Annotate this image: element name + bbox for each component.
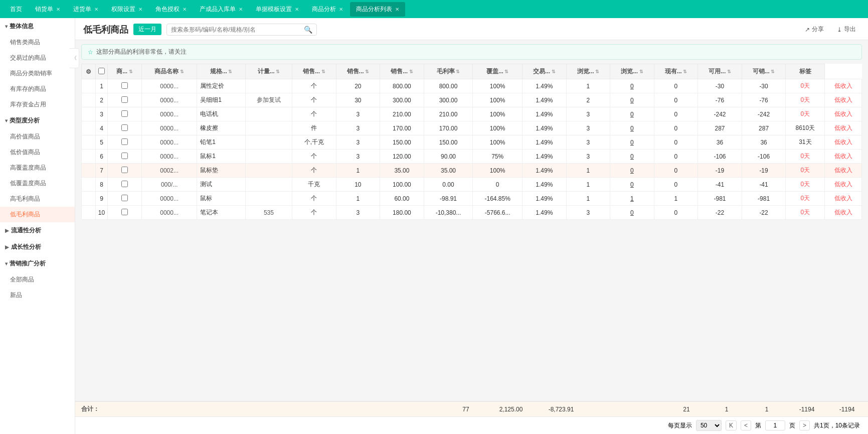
page-number-input[interactable] [765, 420, 785, 430]
sidebar-group-type[interactable]: ▾ 类型度分析 [0, 112, 75, 129]
row-checkbox-2[interactable] [108, 107, 142, 121]
nav-purchase[interactable]: 进货单 ✕ [67, 2, 104, 17]
sidebar-item-low-value[interactable]: 低价值商品 [0, 144, 75, 160]
row-view1-5[interactable]: 0 [610, 150, 654, 164]
sidebar-group-growth[interactable]: ▶ 成长性分析 [0, 239, 75, 255]
row-name-1[interactable]: 吴细细1 [197, 93, 245, 107]
row-checkbox-8[interactable] [108, 192, 142, 206]
first-page-button[interactable]: K [726, 420, 737, 430]
nav-sales-close[interactable]: ✕ [56, 7, 60, 12]
nav-permissions-close[interactable]: ✕ [138, 7, 142, 12]
sidebar-group-marketing[interactable]: ▾ 营销推广分析 [0, 255, 75, 272]
row-name-9[interactable]: 笔记本 [197, 206, 245, 220]
sidebar-group-circulation[interactable]: ▶ 流通性分析 [0, 222, 75, 239]
sidebar-item-high-value[interactable]: 高价值商品 [0, 129, 75, 144]
row-view1-2[interactable]: 0 [610, 107, 654, 121]
row-name-3[interactable]: 橡皮擦 [197, 121, 245, 135]
row-cb-8[interactable] [121, 195, 128, 201]
row-view1-9[interactable]: 0 [610, 206, 654, 220]
nav-product-entry[interactable]: 产成品入库单 ✕ [194, 2, 249, 17]
nav-product-analysis[interactable]: 商品分析 ✕ [306, 2, 349, 17]
col-sale-amount-header[interactable]: 销售... [380, 64, 424, 79]
row-checkbox-7[interactable] [108, 178, 142, 192]
row-name-8[interactable]: 鼠标 [197, 192, 245, 206]
sidebar-item-low-margin[interactable]: 低毛利商品 [0, 207, 75, 222]
col-settings-header[interactable]: ⚙ [82, 64, 96, 79]
row-view1-6[interactable]: 0 [610, 164, 654, 178]
col-sale-price-header[interactable]: 销售... [336, 64, 380, 79]
row-view1-1[interactable]: 0 [610, 93, 654, 107]
col-coverage-header[interactable]: 覆盖... [473, 64, 523, 79]
next-page-button[interactable]: > [799, 420, 810, 430]
search-icon[interactable]: 🔍 [304, 26, 312, 34]
col-name-header[interactable]: 商品名称 [141, 64, 197, 79]
row-view1-3[interactable]: 0 [610, 121, 654, 135]
col-unit-header[interactable]: 计量... [245, 64, 292, 79]
row-cb-9[interactable] [121, 209, 128, 215]
share-button[interactable]: ↗ 分享 [801, 23, 828, 36]
select-all-checkbox[interactable] [98, 68, 105, 74]
row-checkbox-0[interactable] [108, 79, 142, 93]
row-cb-6[interactable] [121, 167, 128, 173]
nav-roles[interactable]: 角色授权 ✕ [149, 2, 193, 17]
per-page-select[interactable]: 50 10 20 100 [696, 420, 722, 431]
nav-sales[interactable]: 销货单 ✕ [29, 2, 66, 17]
row-cb-4[interactable] [121, 138, 128, 145]
sidebar-item-all-goods[interactable]: 全部商品 [0, 272, 75, 287]
row-checkbox-3[interactable] [108, 121, 142, 135]
nav-template[interactable]: 单据模板设置 ✕ [250, 2, 305, 17]
row-cb-0[interactable] [121, 82, 128, 89]
row-view1-7[interactable]: 0 [610, 178, 654, 192]
row-view1-0[interactable]: 0 [610, 79, 654, 93]
sidebar-item-high-coverage[interactable]: 高覆盖度商品 [0, 160, 75, 176]
col-gross-margin-header[interactable]: 毛利率 [424, 64, 473, 79]
sidebar-item-inventory-goods[interactable]: 有库存的商品 [0, 81, 75, 97]
row-view1-8[interactable]: 1 [610, 192, 654, 206]
row-cb-2[interactable] [121, 110, 128, 117]
col-saleable-header[interactable]: 可销... [742, 64, 786, 79]
row-name-4[interactable]: 铅笔1 [197, 135, 245, 150]
nav-product-analysis-list[interactable]: 商品分析列表 ✕ [350, 2, 405, 17]
row-checkbox-1[interactable] [108, 93, 142, 107]
prev-page-button[interactable]: < [741, 420, 751, 430]
row-name-2[interactable]: 电话机 [197, 107, 245, 121]
row-cb-5[interactable] [121, 153, 128, 159]
sidebar-item-category-rate[interactable]: 商品分类助销率 [0, 66, 75, 81]
sidebar-item-high-margin[interactable]: 高毛利商品 [0, 191, 75, 207]
col-sale-qty-header[interactable]: 销售... [292, 64, 336, 79]
nav-purchase-close[interactable]: ✕ [94, 7, 98, 12]
nav-permissions[interactable]: 权限设置 ✕ [105, 2, 148, 17]
sidebar-group-overall[interactable]: ▾ 整体信息 [0, 18, 75, 35]
search-input[interactable] [171, 26, 301, 33]
date-filter-button[interactable]: 近一月 [133, 24, 161, 35]
sidebar-item-new-goods[interactable]: 新品 [0, 287, 75, 303]
row-cb-3[interactable] [121, 124, 128, 131]
col-current-header[interactable]: 现有... [654, 64, 698, 79]
col-view1-header[interactable]: 浏览... [566, 64, 610, 79]
row-name-7[interactable]: 测试 [197, 178, 245, 192]
row-checkbox-4[interactable] [108, 135, 142, 150]
col-checkbox-header[interactable] [96, 64, 108, 79]
col-transaction-header[interactable]: 交易... [523, 64, 567, 79]
row-name-5[interactable]: 鼠标1 [197, 150, 245, 164]
sidebar-item-sales-goods[interactable]: 销售类商品 [0, 35, 75, 50]
row-name-0[interactable]: 属性定价 [197, 79, 245, 93]
sidebar-collapse-button[interactable]: 《 [69, 48, 79, 68]
sidebar-item-traded-goods[interactable]: 交易过的商品 [0, 50, 75, 66]
row-cb-1[interactable] [121, 96, 128, 103]
row-checkbox-6[interactable] [108, 164, 142, 178]
nav-product-entry-close[interactable]: ✕ [239, 7, 243, 12]
sidebar-item-low-coverage[interactable]: 低覆盖度商品 [0, 176, 75, 191]
row-checkbox-9[interactable] [108, 206, 142, 220]
row-cb-7[interactable] [121, 181, 128, 187]
nav-product-analysis-close[interactable]: ✕ [339, 7, 343, 12]
nav-template-close[interactable]: ✕ [295, 7, 299, 12]
row-name-6[interactable]: 鼠标垫 [197, 164, 245, 178]
export-button[interactable]: ⤓ 导出 [833, 23, 860, 36]
sidebar-item-inventory-capital[interactable]: 库存资金占用 [0, 97, 75, 112]
col-view2-header[interactable]: 浏览... [610, 64, 654, 79]
row-checkbox-5[interactable] [108, 150, 142, 164]
col-spec-header[interactable]: 规格... [197, 64, 245, 79]
nav-roles-close[interactable]: ✕ [183, 7, 187, 12]
col-code-header[interactable]: 商... [108, 64, 142, 79]
